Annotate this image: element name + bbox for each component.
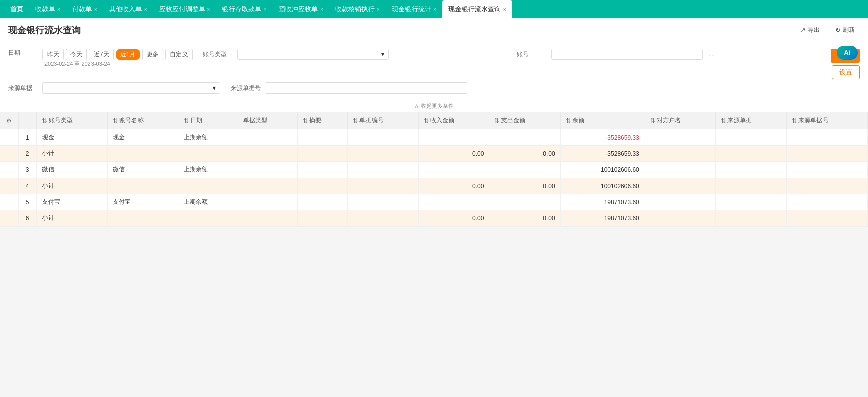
date-btn-1month[interactable]: 近1月 [116,49,141,60]
account-dots[interactable]: ... [707,51,719,58]
td-doc-type [238,146,297,162]
nav-close-icon[interactable]: × [263,7,266,12]
nav-close-icon[interactable]: × [207,7,210,12]
td-settings [0,194,18,210]
settings-button[interactable]: 设置 [832,65,860,79]
nav-close-icon[interactable]: × [94,7,97,12]
td-source-doc [715,178,786,194]
account-input[interactable] [551,49,703,60]
table-row[interactable]: 3 微信 微信 上期余额 100102606.60 [0,162,868,178]
td-summary [297,194,347,210]
nav-item-qitashouru[interactable]: 其他收入单 × [103,0,153,18]
td-income: 0.00 [419,178,489,194]
th-balance[interactable]: ⇅余额 [560,112,645,129]
td-date [178,210,238,227]
date-btn-custom[interactable]: 自定义 [165,49,193,60]
top-navigation: 首页 收款单 × 付款单 × 其他收入单 × 应收应付调整单 × 银行存取款单 … [0,0,868,18]
data-table-container: ⚙ ⇅账号类型 ⇅账号名称 ⇅日期 单据类型 ⇅摘要 [0,112,868,227]
td-settings [0,162,18,178]
td-settings [0,178,18,194]
refresh-button[interactable]: ↻ 刷新 [830,24,860,36]
settings-gear-icon[interactable]: ⚙ [6,117,12,124]
td-source-doc-no [787,210,868,227]
table-row[interactable]: 6 小计 0.00 0.00 19871073.60 [0,210,868,227]
nav-item-shoukuanzhixing[interactable]: 收款核销执行 × [329,0,386,18]
nav-close-icon[interactable]: × [503,7,506,12]
nav-close-icon[interactable]: × [433,7,436,12]
date-btn-yesterday[interactable]: 昨天 [42,49,64,60]
td-index: 4 [18,178,36,194]
td-summary [297,129,347,146]
ai-assistant-button[interactable]: Ai [837,46,858,60]
nav-label: 现金银行统计 [392,5,431,14]
nav-close-icon[interactable]: × [57,7,60,12]
td-account-name [107,210,178,227]
th-source-doc[interactable]: ⇅来源单据 [715,112,786,129]
nav-label: 应收应付调整单 [159,5,205,14]
refresh-icon: ↻ [835,26,841,34]
date-btn-7days[interactable]: 近7天 [89,49,114,60]
td-expense: 0.00 [489,178,560,194]
date-buttons-row: 昨天 今天 近7天 近1月 更多 自定义 [42,49,193,60]
nav-close-icon[interactable]: × [377,7,380,12]
td-doc-type [238,194,297,210]
nav-item-shoukuandan[interactable]: 收款单 × [29,0,66,18]
td-settings [0,146,18,162]
th-account-type[interactable]: ⇅账号类型 [36,112,107,129]
th-expense[interactable]: ⇅支出金额 [489,112,560,129]
th-counterparty[interactable]: ⇅对方户名 [645,112,715,129]
td-index: 3 [18,162,36,178]
nav-label: 其他收入单 [109,5,142,14]
nav-close-icon[interactable]: × [320,7,323,12]
nav-item-yinghangcunqu[interactable]: 银行存取款单 × [216,0,272,18]
td-doc-type [238,162,297,178]
th-settings[interactable]: ⚙ [0,112,18,129]
account-type-select[interactable]: ▾ [237,49,389,60]
th-account-name[interactable]: ⇅账号名称 [107,112,178,129]
td-counterparty [645,194,715,210]
td-balance: 19871073.60 [560,210,645,227]
td-account-name [107,178,178,194]
export-button[interactable]: ↗ 导出 [795,24,825,36]
nav-close-icon[interactable]: × [144,7,147,12]
td-account-name: 微信 [107,162,178,178]
source-doc-no-input[interactable] [265,82,467,94]
nav-item-xianjinyinhangliushui[interactable]: 现金银行流水查询 × [442,0,512,18]
refresh-label: 刷新 [843,26,855,34]
th-income[interactable]: ⇅收入金额 [419,112,489,129]
nav-item-yushouzhong[interactable]: 预收冲应收单 × [272,0,329,18]
th-summary[interactable]: ⇅摘要 [297,112,347,129]
nav-label: 银行存取款单 [222,5,261,14]
date-btn-more[interactable]: 更多 [142,49,163,60]
td-account-type: 现金 [36,129,107,146]
td-summary [297,146,347,162]
table-row[interactable]: 5 支付宝 支付宝 上期余额 19871073.60 [0,194,868,210]
td-summary [297,178,347,194]
chevron-down-icon: ▾ [381,51,384,58]
th-doc-no[interactable]: ⇅单据编号 [348,112,419,129]
collapse-label: 收起更多条件 [421,103,454,109]
th-source-doc-no[interactable]: ⇅来源单据号 [787,112,868,129]
table-row[interactable]: 2 小计 0.00 0.00 -3528659.33 [0,146,868,162]
th-date[interactable]: ⇅日期 [178,112,238,129]
table-row[interactable]: 4 小计 0.00 0.00 100102606.60 [0,178,868,194]
td-expense [489,194,560,210]
nav-item-xianjinyinhangtongji[interactable]: 现金银行统计 × [386,0,442,18]
source-doc-select[interactable]: ▾ [42,82,220,94]
td-income [419,129,489,146]
ai-label: Ai [844,49,851,57]
date-filter-group: 昨天 今天 近7天 近1月 更多 自定义 2023-02-24 至 2023-0… [42,49,193,68]
nav-item-yingshoutiaozheng[interactable]: 应收应付调整单 × [153,0,216,18]
td-doc-no [348,210,419,227]
collapse-bar[interactable]: ∧ 收起更多条件 [0,100,868,112]
td-account-type: 小计 [36,210,107,227]
td-doc-no [348,194,419,210]
nav-home[interactable]: 首页 [4,0,29,18]
table-row[interactable]: 1 现金 现金 上期余额 -3528659.33 [0,129,868,146]
td-counterparty [645,178,715,194]
header-actions: ↗ 导出 ↻ 刷新 [795,24,860,36]
date-btn-today[interactable]: 今天 [66,49,87,60]
td-source-doc-no [787,129,868,146]
page-title: 现金银行流水查询 [8,24,81,36]
nav-item-fukuandan[interactable]: 付款单 × [66,0,103,18]
